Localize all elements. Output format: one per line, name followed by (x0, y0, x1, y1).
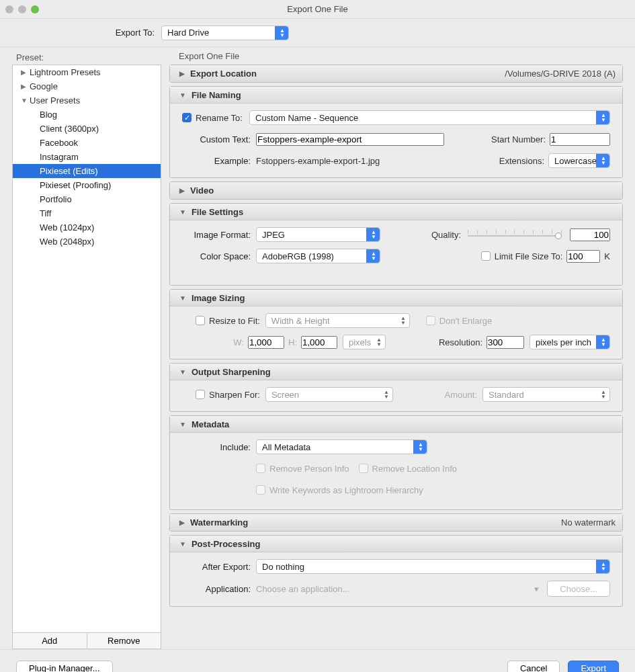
dont-enlarge-checkbox[interactable] (426, 316, 435, 325)
remove-preset-button[interactable]: Remove (87, 633, 161, 648)
resize-to-fit-checkbox[interactable] (196, 316, 205, 325)
start-number-input[interactable] (550, 133, 610, 146)
preset-list: ▶Lightroom Presets ▶Google ▼User Presets… (12, 65, 161, 633)
remove-person-label: Remove Person Info (269, 464, 349, 474)
cancel-button[interactable]: Cancel (507, 661, 560, 673)
height-input[interactable] (301, 336, 337, 349)
custom-text-input[interactable] (256, 133, 444, 146)
limit-filesize-checkbox[interactable] (481, 251, 491, 261)
quality-label: Quality: (431, 230, 461, 240)
custom-text-label: Custom Text: (182, 134, 256, 144)
window-title: Export One File (287, 4, 347, 14)
preset-item[interactable]: Instagram (13, 150, 161, 164)
write-keywords-checkbox[interactable] (256, 485, 265, 495)
remove-location-label: Remove Location Info (372, 464, 457, 474)
dont-enlarge-label: Don't Enlarge (439, 316, 492, 326)
plugin-manager-button[interactable]: Plug-in Manager... (16, 661, 113, 673)
w-label: W: (182, 337, 248, 347)
resolution-label: Resolution: (439, 337, 482, 347)
extensions-label: Extensions: (499, 156, 544, 166)
include-select[interactable]: All Metadata▲▼ (256, 439, 427, 454)
preset-group[interactable]: ▶Lightroom Presets (13, 65, 161, 79)
preset-group[interactable]: ▶Google (13, 79, 161, 93)
zoom-window-icon[interactable] (31, 5, 39, 13)
preset-item[interactable]: Web (2048px) (13, 235, 161, 249)
section-metadata[interactable]: ▼Metadata (170, 416, 622, 433)
sharpen-amount-label: Amount: (445, 390, 477, 400)
write-keywords-label: Write Keywords as Lightroom Hierarchy (269, 485, 423, 495)
sharpen-for-label: Sharpen For: (209, 390, 260, 400)
resolution-unit-select[interactable]: pixels per inch▲▼ (530, 335, 610, 349)
sharpen-amount-select[interactable]: Standard▲▼ (482, 387, 610, 402)
image-format-label: Image Format: (182, 230, 256, 240)
watermarking-status: No watermark (561, 517, 616, 528)
width-input[interactable] (248, 336, 284, 349)
preset-item[interactable]: Web (1024px) (13, 220, 161, 235)
export-button[interactable]: Export (568, 661, 619, 673)
quality-input[interactable] (570, 228, 610, 241)
export-location-path: /Volumes/G-DRIVE 2018 (A) (505, 69, 616, 79)
rename-to-checkbox[interactable]: ✓ (182, 113, 192, 122)
section-image-sizing[interactable]: ▼Image Sizing (170, 290, 622, 306)
image-format-select[interactable]: JPEG▲▼ (256, 227, 380, 242)
preset-item[interactable]: Pixieset (Proofing) (13, 178, 161, 192)
preset-item[interactable]: Blog (13, 108, 161, 122)
example-value: Fstoppers-example-export-1.jpg (256, 156, 380, 166)
minimize-window-icon[interactable] (18, 5, 26, 13)
color-space-select[interactable]: AdobeRGB (1998)▲▼ (256, 249, 380, 263)
chevron-down-icon[interactable]: ▾ (534, 584, 539, 594)
resize-to-fit-label: Resize to Fit: (209, 316, 260, 326)
h-label: H: (288, 337, 297, 347)
section-file-naming[interactable]: ▼File Naming (170, 87, 622, 103)
preset-item[interactable]: Tiff (13, 206, 161, 220)
preset-heading: Preset: (0, 48, 167, 64)
size-unit-select[interactable]: pixels▲▼ (343, 335, 386, 349)
rename-to-label: Rename To: (196, 113, 249, 123)
titlebar: Export One File (0, 0, 635, 19)
close-window-icon[interactable] (5, 5, 13, 13)
extensions-select[interactable]: Lowercase▲▼ (548, 153, 610, 168)
remove-location-checkbox[interactable] (359, 464, 368, 473)
preset-item[interactable]: Facebook (13, 136, 161, 150)
sharpen-for-checkbox[interactable] (196, 390, 205, 399)
remove-person-checkbox[interactable] (256, 464, 265, 473)
section-file-settings[interactable]: ▼File Settings (170, 204, 622, 220)
include-label: Include: (182, 442, 256, 452)
limit-filesize-unit: K (604, 251, 610, 261)
application-placeholder: Choose an application... (256, 584, 534, 594)
start-number-label: Start Number: (491, 134, 546, 144)
after-export-label: After Export: (182, 562, 256, 572)
limit-filesize-label: Limit File Size To: (495, 251, 563, 261)
choose-application-button[interactable]: Choose... (547, 581, 610, 597)
after-export-select[interactable]: Do nothing▲▼ (256, 559, 610, 574)
resolution-input[interactable] (486, 336, 524, 349)
content-heading: Export One File (167, 51, 635, 61)
export-to-select[interactable]: Hard Drive ▲▼ (161, 26, 289, 40)
preset-item-selected[interactable]: Pixieset (Edits) (13, 164, 161, 178)
export-to-label: Export To: (0, 28, 161, 38)
preset-item[interactable]: Client (3600px) (13, 122, 161, 136)
resize-mode-select[interactable]: Width & Height▲▼ (265, 313, 410, 328)
add-preset-button[interactable]: Add (13, 633, 87, 648)
section-watermarking[interactable]: ▶Watermarking No watermark (170, 514, 622, 531)
section-output-sharpening[interactable]: ▼Output Sharpening (170, 364, 622, 380)
section-video[interactable]: ▶Video (170, 182, 622, 199)
section-post-processing[interactable]: ▼Post-Processing (170, 536, 622, 552)
preset-group[interactable]: ▼User Presets (13, 93, 161, 108)
preset-item[interactable]: Portfolio (13, 192, 161, 206)
example-label: Example: (182, 156, 256, 166)
quality-slider[interactable] (468, 228, 562, 241)
export-to-row: Export To: Hard Drive ▲▼ (0, 19, 635, 47)
limit-filesize-input[interactable] (566, 250, 600, 263)
section-export-location[interactable]: ▶Export Location /Volumes/G-DRIVE 2018 (… (170, 65, 622, 82)
sharpen-for-select[interactable]: Screen▲▼ (265, 387, 393, 402)
application-label: Application: (182, 584, 256, 594)
color-space-label: Color Space: (182, 251, 256, 261)
rename-template-select[interactable]: Custom Name - Sequence▲▼ (249, 110, 610, 125)
